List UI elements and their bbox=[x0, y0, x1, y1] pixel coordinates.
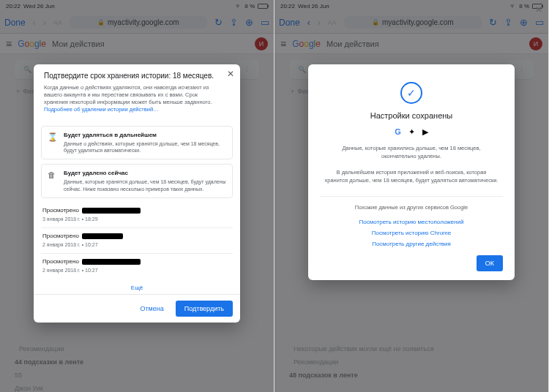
service-icons: G ✦ ▶ bbox=[395, 127, 428, 137]
modal-overlay: ✕ ✓ Настройки сохранены G ✦ ▶ Данные, ко… bbox=[274, 0, 548, 392]
ok-button[interactable]: ОК bbox=[477, 255, 503, 271]
success-title: Настройки сохранены bbox=[370, 111, 453, 120]
assistant-icon: ✦ bbox=[408, 127, 415, 137]
play-icon: ▶ bbox=[422, 127, 428, 137]
box2-text: Данные, которые хранятся дольше, чем 18 … bbox=[64, 178, 226, 192]
close-icon[interactable]: ✕ bbox=[227, 69, 234, 79]
redacted bbox=[82, 208, 141, 214]
learn-more-link[interactable]: Подробнее об удалении истории действий… bbox=[44, 106, 159, 113]
trash-icon: 🗑 bbox=[48, 170, 56, 179]
activity-item: Просмотрено 2 января 2018 г. • 10:27 bbox=[41, 228, 233, 254]
box1-text: Данные о действиях, которые хранятся дол… bbox=[64, 140, 226, 154]
now-delete-box: 🗑 Будет удалено сейчас Данные, которые х… bbox=[41, 164, 233, 198]
confirm-button[interactable]: Подтвердить bbox=[176, 301, 233, 317]
check-icon: ✓ bbox=[400, 82, 422, 104]
link-chrome-history[interactable]: Посмотреть историю Chrome bbox=[372, 230, 451, 236]
confirm-retention-modal: ✕ Подтвердите срок хранения истории: 18 … bbox=[34, 64, 240, 323]
activity-item: Просмотрено 2 января 2018 г. • 10:27 bbox=[41, 254, 233, 279]
other-services-label: Похожие данные из других сервисов Google bbox=[355, 204, 468, 211]
success-text-2: В дальнейшем история приложений и веб-по… bbox=[320, 168, 503, 185]
right-screenshot: 20:22 Wed 26 Jun ᯤ 8 % Done ‹ › AA 🔒 mya… bbox=[274, 0, 549, 392]
modal-overlay: ✕ Подтвердите срок хранения истории: 18 … bbox=[0, 0, 274, 392]
future-delete-box: ⌛ Будет удаляться в дальнейшем Данные о … bbox=[41, 126, 233, 160]
modal-title: Подтвердите срок хранения истории: 18 ме… bbox=[44, 72, 220, 80]
left-screenshot: 20:22 Wed 26 Jun ᯤ 8 % Done ‹ › AA 🔒 mya… bbox=[0, 0, 274, 392]
hourglass-icon: ⌛ bbox=[48, 132, 58, 142]
link-location-history[interactable]: Посмотреть историю местоположений bbox=[359, 219, 464, 225]
cancel-button[interactable]: Отмена bbox=[134, 301, 169, 317]
redacted bbox=[82, 233, 123, 239]
google-g-icon: G bbox=[395, 127, 401, 137]
redacted bbox=[82, 259, 141, 265]
box2-title: Будет удалено сейчас bbox=[64, 170, 226, 176]
divider bbox=[320, 196, 503, 197]
activity-item: Просмотрено 3 января 2018 г. • 18:29 bbox=[41, 203, 233, 228]
success-text-1: Данные, которые хранились дольше, чем 18… bbox=[320, 144, 503, 161]
modal-description: Когда данные о действиях удаляются, они … bbox=[44, 84, 220, 114]
settings-saved-modal: ✕ ✓ Настройки сохранены G ✦ ▶ Данные, ко… bbox=[308, 64, 515, 280]
link-other-activity[interactable]: Посмотреть другие действия bbox=[372, 241, 451, 247]
more-link[interactable]: Ещё bbox=[41, 279, 233, 294]
box1-title: Будет удаляться в дальнейшем bbox=[64, 132, 226, 138]
